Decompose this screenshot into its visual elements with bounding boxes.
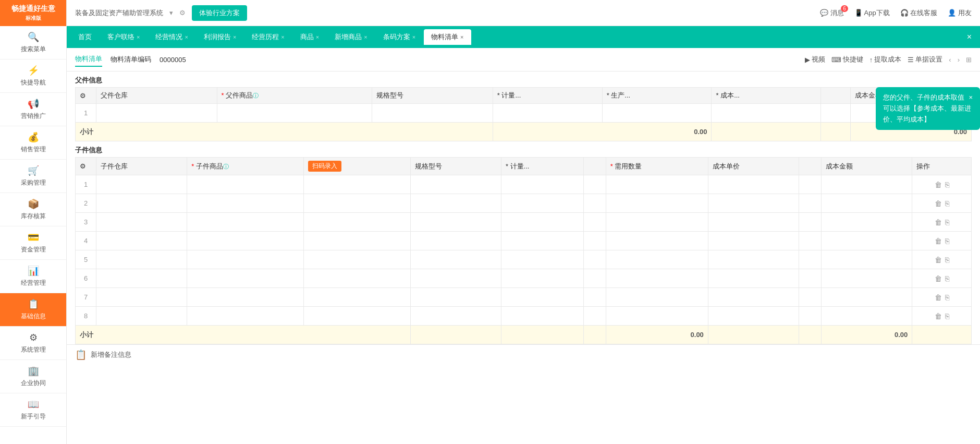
- parent-row-1-production[interactable]: [602, 104, 712, 123]
- child-row-2-goods[interactable]: [187, 194, 304, 213]
- navtab-close-bom[interactable]: ×: [460, 34, 463, 40]
- parent-row-1-cost[interactable]: [712, 104, 821, 123]
- sidebar-item-purchase[interactable]: 🛒采购管理: [0, 160, 66, 193]
- child-row-8-goods[interactable]: [187, 307, 304, 326]
- child-row-2-warehouse[interactable]: [96, 194, 187, 213]
- child-row-1-unit-cost[interactable]: [708, 175, 799, 194]
- child-row-6-warehouse[interactable]: [96, 269, 187, 288]
- child-row-4-copy-icon[interactable]: ⎘: [945, 237, 949, 245]
- child-row-7-delete-icon[interactable]: 🗑: [935, 293, 942, 302]
- navtab-operation-status[interactable]: 经营情况 ×: [148, 29, 195, 45]
- navtab-bom[interactable]: 物料清单 ×: [424, 29, 471, 45]
- child-row-6-unit-cost[interactable]: [708, 269, 799, 288]
- navtab-barcode[interactable]: 条码方案 ×: [376, 29, 423, 45]
- child-row-4-scan[interactable]: [304, 232, 411, 250]
- close-all-tabs-button[interactable]: ×: [963, 30, 976, 44]
- child-row-6-goods[interactable]: [187, 269, 304, 288]
- child-row-3-required-qty[interactable]: [606, 213, 708, 232]
- child-row-1-delete-icon[interactable]: 🗑: [935, 181, 942, 189]
- child-row-8-spec[interactable]: [410, 307, 501, 326]
- child-row-3-warehouse[interactable]: [96, 213, 187, 232]
- child-row-1-spec[interactable]: [410, 175, 501, 194]
- tooltip-close-button[interactable]: ×: [969, 92, 973, 103]
- online-service-button[interactable]: 🎧 在线客服: [900, 8, 938, 18]
- child-row-2-spec[interactable]: [410, 194, 501, 213]
- navtab-close-new-goods[interactable]: ×: [364, 34, 367, 40]
- navtab-close-profit-report[interactable]: ×: [233, 34, 236, 40]
- child-row-5-delete-icon[interactable]: 🗑: [935, 256, 942, 264]
- navtab-home[interactable]: 首页: [71, 29, 99, 45]
- child-row-3-scan[interactable]: [304, 213, 411, 232]
- gear-icon[interactable]: ⚙: [179, 9, 186, 17]
- child-row-3-delete-icon[interactable]: 🗑: [935, 218, 942, 226]
- child-row-8-qty-unit[interactable]: [501, 307, 583, 326]
- child-row-4-spec[interactable]: [410, 232, 501, 250]
- child-row-8-scan[interactable]: [304, 307, 411, 326]
- child-row-1-warehouse[interactable]: [96, 175, 187, 194]
- child-row-4-required-qty[interactable]: [606, 232, 708, 250]
- child-row-5-spec[interactable]: [410, 250, 501, 269]
- navtab-close-goods[interactable]: ×: [316, 34, 319, 40]
- child-row-4-delete-icon[interactable]: 🗑: [935, 237, 942, 245]
- child-row-1-qty-unit[interactable]: [501, 175, 583, 194]
- child-row-7-qty-unit[interactable]: [501, 288, 583, 307]
- child-row-8-required-qty[interactable]: [606, 307, 708, 326]
- shortcut-button[interactable]: ⌨ 快捷键: [831, 55, 863, 64]
- navtab-goods[interactable]: 商品 ×: [293, 29, 326, 45]
- navtab-close-barcode[interactable]: ×: [412, 34, 415, 40]
- child-row-1-required-qty[interactable]: [606, 175, 708, 194]
- child-row-4-qty-unit[interactable]: [501, 232, 583, 250]
- child-row-8-unit-cost[interactable]: [708, 307, 799, 326]
- child-row-7-goods[interactable]: [187, 288, 304, 307]
- child-row-8-delete-icon[interactable]: 🗑: [935, 312, 942, 320]
- sidebar-item-enterprise[interactable]: 🏢企业协同: [0, 360, 66, 393]
- parent-row-1-warehouse[interactable]: [96, 104, 217, 123]
- child-row-3-spec[interactable]: [410, 213, 501, 232]
- navtab-close-customers[interactable]: ×: [137, 34, 140, 40]
- child-row-1-scan[interactable]: [304, 175, 411, 194]
- child-row-5-required-qty[interactable]: [606, 250, 708, 269]
- navtab-close-operation-status[interactable]: ×: [185, 34, 188, 40]
- child-row-5-copy-icon[interactable]: ⎘: [945, 256, 949, 264]
- child-row-1-copy-icon[interactable]: ⎘: [945, 181, 949, 189]
- message-button[interactable]: 💬 6 消息: [820, 8, 844, 18]
- child-row-3-goods[interactable]: [187, 213, 304, 232]
- child-row-6-qty-unit[interactable]: [501, 269, 583, 288]
- child-row-7-warehouse[interactable]: [96, 288, 187, 307]
- child-row-2-scan[interactable]: [304, 194, 411, 213]
- child-row-7-copy-icon[interactable]: ⎘: [945, 293, 949, 302]
- child-row-8-copy-icon[interactable]: ⎘: [945, 312, 949, 320]
- sidebar-item-base-info[interactable]: 📋基础信息: [0, 293, 66, 327]
- child-row-5-unit-cost[interactable]: [708, 250, 799, 269]
- sidebar-item-system[interactable]: ⚙系统管理: [0, 327, 66, 360]
- sidebar-item-quick-nav[interactable]: ⚡快捷导航: [0, 59, 66, 93]
- child-row-6-required-qty[interactable]: [606, 269, 708, 288]
- sidebar-item-inventory[interactable]: 📦库存核算: [0, 193, 66, 226]
- expand-button[interactable]: ⊞: [966, 56, 972, 64]
- experience-button[interactable]: 体验行业方案: [192, 5, 247, 21]
- app-download-button[interactable]: 📱 App下载: [854, 8, 890, 18]
- child-row-3-qty-unit[interactable]: [501, 213, 583, 232]
- child-row-3-unit-cost[interactable]: [708, 213, 799, 232]
- child-row-5-goods[interactable]: [187, 250, 304, 269]
- navtab-profit-report[interactable]: 利润报告 ×: [197, 29, 243, 45]
- child-row-2-unit-cost[interactable]: [708, 194, 799, 213]
- child-row-5-qty-unit[interactable]: [501, 250, 583, 269]
- sub-tab-bom[interactable]: 物料清单: [75, 52, 102, 67]
- sidebar-item-sales[interactable]: 💰销售管理: [0, 126, 66, 160]
- child-row-7-scan[interactable]: [304, 288, 411, 307]
- parent-row-1-qty-unit[interactable]: [493, 104, 602, 123]
- parent-row-1-spec[interactable]: [372, 104, 493, 123]
- single-settings-button[interactable]: ☰ 单据设置: [908, 55, 942, 64]
- child-row-7-unit-cost[interactable]: [708, 288, 799, 307]
- topbar-dropdown-arrow[interactable]: ▾: [169, 9, 173, 17]
- sidebar-item-guide[interactable]: 📖新手引导: [0, 393, 66, 427]
- navtab-close-operation-history[interactable]: ×: [281, 34, 284, 40]
- child-row-6-delete-icon[interactable]: 🗑: [935, 274, 942, 283]
- nav-next-button[interactable]: ›: [958, 56, 960, 64]
- sidebar-item-operation[interactable]: 📊经营管理: [0, 260, 66, 293]
- scan-input-button[interactable]: 扫码录入: [308, 161, 341, 172]
- child-row-8-warehouse[interactable]: [96, 307, 187, 326]
- sidebar-item-search[interactable]: 🔍搜索菜单: [0, 26, 66, 59]
- child-row-7-required-qty[interactable]: [606, 288, 708, 307]
